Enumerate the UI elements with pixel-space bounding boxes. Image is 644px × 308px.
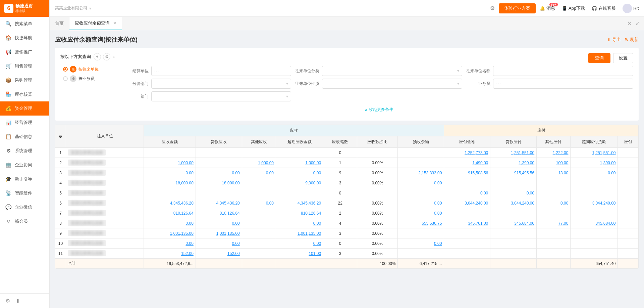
page-title: 应收应付余额查询(按往来单位) <box>55 36 138 44</box>
th-payable-group: 应付 <box>444 125 639 136</box>
row-ap-val <box>571 238 618 249</box>
topbar-gear-icon[interactable]: ⚙ <box>490 5 495 11</box>
search-field-admindept: 分管部门 ▾ <box>124 79 291 89</box>
sidebar-item-member[interactable]: V 畅会员 <box>0 214 49 228</box>
scheme-by-customer[interactable]: 往 按往来单位 <box>60 64 115 74</box>
settlement-input[interactable]: ··· <box>151 66 291 76</box>
member-icon: V <box>5 219 11 224</box>
sidebar-item-wechat[interactable]: 💬 企业微信 <box>0 200 49 214</box>
row-ar-ratio <box>357 148 398 158</box>
sidebar-label-marketing: 营销推广 <box>15 49 32 55</box>
tab-receivable[interactable]: 应收应付余额查询 ✕ <box>69 17 122 30</box>
guide-icon: 🎓 <box>5 176 11 182</box>
search-action-row: 查询 设置 <box>124 53 633 63</box>
row-ar-count: 3 <box>323 228 357 238</box>
sidebar-item-finance[interactable]: 💰 资金管理 <box>0 101 49 116</box>
sidebar-item-guide[interactable]: 🎓 新手引导 <box>0 172 49 186</box>
service-button[interactable]: 🎧 在线客服 <box>592 5 616 11</box>
footer-ar-other <box>242 259 276 269</box>
refresh-button[interactable]: ↻ 刷新 <box>625 37 639 43</box>
app-label: App下载 <box>569 5 585 11</box>
row-ap-val <box>537 228 571 238</box>
app-logo: 6 畅捷通财 标准版 <box>0 0 49 17</box>
scheme-by-staff[interactable]: 业 按业务员 <box>60 74 115 83</box>
row-ar-count: 0 <box>323 238 357 249</box>
nature-input[interactable]: ▾ <box>322 79 462 89</box>
th-gear[interactable]: ⚙ <box>55 125 66 148</box>
th-ap-amount: 应付金额 <box>444 136 490 148</box>
notice-button[interactable]: 🔔 消息 99+ <box>540 5 555 11</box>
row-ar-val: 1,000.00 <box>242 158 276 168</box>
row-ap-val <box>537 188 571 198</box>
search-collapse-button[interactable]: ∧ 收起更多条件 <box>124 104 633 115</box>
solution-button[interactable]: 体验行业方案 <box>499 3 536 13</box>
tabbar: 首页 应收应付余额查询 ✕ ✕ ⤢ <box>50 17 644 30</box>
search-field-category: 往来单位分类 ▾ <box>295 66 462 76</box>
footer-label: 合计 <box>66 259 144 269</box>
sidebar-item-inventory[interactable]: 🏪 库存核算 <box>0 87 49 101</box>
row-ar-count: 3 <box>323 178 357 188</box>
row-ar-ratio: 0.00% <box>357 178 398 188</box>
notice-badge: 99+ <box>549 3 558 6</box>
th-ap-rest: 应付 <box>618 136 639 148</box>
tab-close-all-icon[interactable]: ✕ <box>627 20 632 27</box>
sidebar-item-operation[interactable]: 📊 经营管理 <box>0 116 49 130</box>
category-input[interactable]: ▾ <box>322 66 462 76</box>
sidebar-item-smart-hw[interactable]: 📡 智能硬件 <box>0 186 49 200</box>
add-scheme-icon[interactable]: + <box>94 53 101 60</box>
setting-button[interactable]: 设置 <box>613 53 633 63</box>
row-ar-val: 810,126.64 <box>196 208 242 218</box>
row-ar-val <box>242 148 276 158</box>
row-ar-val: 1,000.00 <box>144 158 196 168</box>
sidebar-label-finance: 资金管理 <box>15 105 32 112</box>
row-ar-val: 0.00 <box>196 238 242 249</box>
tab-expand-icon[interactable]: ⤢ <box>636 20 640 27</box>
table-row: 11某某往来单位名称152.00152.00101.0030.00% <box>55 249 639 259</box>
row-ar-val <box>242 188 276 198</box>
th-ar-other: 其他应收 <box>242 136 276 148</box>
row-ar-val: 1,000.00 <box>276 158 323 168</box>
sidebar-item-search-menu[interactable]: 🔍 搜索菜单 <box>0 17 49 31</box>
sidebar-label-member: 畅会员 <box>15 218 28 224</box>
sidebar-item-basic-info[interactable]: 📋 基础信息 <box>0 130 49 144</box>
logo-icon: 6 <box>4 4 13 13</box>
category-label: 往来单位分类 <box>295 68 319 74</box>
sidebar-item-enterprise[interactable]: 🏢 企业协同 <box>0 158 49 172</box>
row-ar-val: 4,345,436.20 <box>276 198 323 208</box>
tab-home[interactable]: 首页 <box>50 17 69 30</box>
query-button[interactable]: 查询 <box>588 53 610 63</box>
sidebar-settings-icon[interactable]: ⚙ <box>5 298 10 304</box>
sidebar-item-marketing[interactable]: 📢 营销推广 <box>0 45 49 59</box>
th-ar-loan: 贷款应收 <box>196 136 242 148</box>
th-ar-count: 应收笔数 <box>323 136 357 148</box>
salesman-input[interactable]: ··· <box>493 79 633 89</box>
scheme-icon-staff: 业 <box>70 75 76 82</box>
custname-input[interactable] <box>493 66 633 76</box>
page-header: 应收应付余额查询(按往来单位) ⬆ 导出 ↻ 刷新 <box>55 36 639 44</box>
row-customer: 某某往来单位名称 <box>66 208 144 218</box>
row-customer: 某某往来单位名称 <box>66 228 144 238</box>
admindept-input[interactable]: ▾ <box>151 79 291 89</box>
row-ap-rest <box>618 168 639 178</box>
export-button[interactable]: ⬆ 导出 <box>607 37 621 43</box>
user-avatar-area[interactable]: Rit <box>623 4 639 13</box>
sidebar-collapse-icon[interactable]: ⏸ <box>15 298 21 304</box>
sidebar-item-quick-nav[interactable]: 🏠 快捷导航 <box>0 31 49 45</box>
row-ar-prepaid <box>398 249 444 259</box>
row-ar-count: 4 <box>323 218 357 228</box>
purchase-icon: 📦 <box>5 77 11 83</box>
row-customer: 某某往来单位名称 <box>66 218 144 228</box>
row-ap-val: 915,495.56 <box>490 168 537 178</box>
sidebar-item-purchase[interactable]: 📦 采购管理 <box>0 73 49 87</box>
marketing-icon: 📢 <box>5 49 11 55</box>
row-ar-ratio: 0.00% <box>357 238 398 249</box>
row-ar-count: 2 <box>323 208 357 218</box>
sidebar-item-sales[interactable]: 🛒 销售管理 <box>0 59 49 73</box>
edit-scheme-icon[interactable]: ⚙ <box>103 53 110 60</box>
app-download-button[interactable]: 📱 App下载 <box>562 5 585 11</box>
dept-input[interactable]: ▾ <box>151 91 291 101</box>
sidebar-item-system[interactable]: ⚙ 系统管理 <box>0 144 49 158</box>
row-ap-val <box>571 249 618 259</box>
collapse-scheme-icon[interactable]: « <box>112 54 115 59</box>
tab-close-icon[interactable]: ✕ <box>113 21 116 26</box>
